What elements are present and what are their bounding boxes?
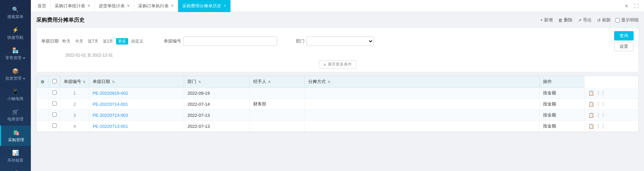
doc-number-filter: 单据编号	[164, 36, 277, 46]
tab-purchase-order-exec[interactable]: 采购订单执行表 ✕	[134, 0, 178, 12]
tab-inbound-stats[interactable]: 进货单统计表 ✕	[95, 0, 134, 12]
sidebar-item-search[interactable]: 🔍 搜索菜单	[0, 3, 31, 23]
delete-button[interactable]: 🗑 删除	[557, 16, 573, 24]
col-doc-date[interactable]: 单据日期 ⇅	[89, 76, 184, 88]
row-checkbox[interactable]	[52, 123, 57, 128]
finance-icon: 💰	[1, 170, 30, 171]
row-doc-number[interactable]: PE-20220714-001	[89, 99, 184, 110]
date-btn-today[interactable]: 今天	[73, 38, 85, 45]
row-settings-cell	[37, 121, 49, 132]
row-num: 1	[60, 88, 89, 99]
quick-nav-icon: ⚡	[1, 26, 30, 34]
sort-doc-date-icon: ⇅	[112, 80, 115, 84]
date-btn-more[interactable]: 更多	[116, 38, 128, 45]
row-actions: 📋 ⋮⋮	[585, 110, 638, 121]
mobile-icon: 📱	[1, 88, 30, 95]
sidebar-item-finance[interactable]: 💰 资金管理	[0, 167, 31, 171]
filter-actions: 查询 设置	[614, 31, 634, 51]
data-table-container: ⚙ 单据编号 ⇅ 单据日期 ⇅ 部门	[36, 76, 639, 132]
row-actions: 📋 ⋮⋮	[585, 88, 638, 99]
row-doc-date: 2022-09-19	[184, 88, 250, 99]
add-button[interactable]: + 新增	[540, 16, 553, 24]
sort-handler-icon: ⇅	[268, 80, 271, 84]
row-edit-icon[interactable]: 📋	[588, 123, 594, 129]
row-doc-date: 2022-07-13	[184, 110, 250, 121]
show-columns-checkbox[interactable]	[615, 18, 620, 22]
row-doc-date: 2022-07-14	[184, 99, 250, 110]
row-checkbox-cell	[49, 88, 60, 99]
row-department	[250, 88, 305, 99]
delete-icon: 🗑	[558, 18, 562, 23]
close-tab-purchase-order-exec[interactable]: ✕	[171, 4, 174, 8]
row-edit-icon[interactable]: 📋	[588, 112, 594, 118]
inventory-icon: 📊	[1, 149, 30, 157]
table-row: 2 PE-20220714-001 2022-07-14 财务部 按金额 📋 ⋮…	[37, 99, 638, 110]
col-doc-number[interactable]: 单据编号 ⇅	[60, 76, 89, 88]
tab-purchase-order-stats[interactable]: 采购订单统计表 ✕	[51, 0, 95, 12]
tab-home[interactable]: 首页	[34, 0, 51, 12]
sidebar-item-wholesale[interactable]: 📦 批发管理 ▼	[0, 64, 31, 85]
sidebar-item-quicknav[interactable]: ⚡ 快捷导航	[0, 23, 31, 44]
close-window-icon[interactable]: ✕	[623, 3, 630, 9]
row-doc-number[interactable]: PE-20220919-002	[89, 88, 184, 99]
date-btn-1month[interactable]: 近1月	[101, 38, 115, 45]
tab-list: 首页 采购订单统计表 ✕ 进货单统计表 ✕ 采购订单执行表 ✕ 采购费用分摊单历…	[34, 0, 231, 12]
show-columns-checkbox-label[interactable]: 显示明细	[615, 17, 639, 23]
col-handler[interactable]: 经手人 ⇅	[250, 76, 305, 88]
row-checkbox[interactable]	[52, 112, 57, 117]
retail-expand-icon: ▼	[22, 57, 25, 60]
tab-purchase-cost-history[interactable]: 采购费用分摊单历史 ✕	[178, 0, 231, 12]
sidebar-item-purchase[interactable]: 🛍️ 采购管理	[0, 125, 31, 146]
row-num: 2	[60, 99, 89, 110]
row-doc-date: 2022-07-13	[184, 121, 250, 132]
expand-icon: ∨	[323, 62, 326, 67]
close-tab-purchase-order-stats[interactable]: ✕	[87, 4, 90, 8]
query-button[interactable]: 查询	[614, 31, 634, 40]
row-edit-icon[interactable]: 📋	[588, 90, 594, 96]
row-checkbox[interactable]	[52, 101, 57, 106]
row-doc-number[interactable]: PE-20220713-001	[89, 121, 184, 132]
row-checkbox[interactable]	[52, 90, 57, 95]
col-settings[interactable]: ⚙	[37, 76, 49, 88]
export-button[interactable]: ↗ 导出	[577, 16, 592, 24]
sidebar-item-mobile[interactable]: 📱 小畅电商	[0, 85, 31, 105]
row-more-icon[interactable]: ⋮⋮	[596, 90, 605, 96]
sidebar-item-inventory[interactable]: 📊 库存核算	[0, 146, 31, 166]
filter-settings-button[interactable]: 设置	[614, 42, 634, 51]
close-tab-inbound-stats[interactable]: ✕	[127, 4, 130, 8]
date-btn-custom[interactable]: 自定义	[129, 38, 145, 45]
date-btn-7days[interactable]: 近7天	[86, 38, 100, 45]
row-settings-cell	[37, 88, 49, 99]
date-btn-yesterday[interactable]: 昨天	[61, 38, 72, 45]
row-more-icon[interactable]: ⋮⋮	[596, 101, 605, 107]
row-edit-icon[interactable]: 📋	[588, 101, 594, 107]
row-doc-number[interactable]: PE-20220713-003	[89, 110, 184, 121]
sidebar-item-ecommerce[interactable]: 🛒 电商管理	[0, 105, 31, 125]
row-more-icon[interactable]: ⋮⋮	[596, 112, 605, 118]
row-checkbox-cell	[49, 99, 60, 110]
filter-area: 单据日期 昨天 今天 近7天 近1月 更多 自定义 单据编号	[36, 27, 639, 72]
date-label: 单据日期	[41, 38, 59, 44]
table-header-row: ⚙ 单据编号 ⇅ 单据日期 ⇅ 部门	[37, 76, 638, 88]
col-checkbox	[49, 76, 60, 88]
table-row: 4 PE-20220713-001 2022-07-13 按金额 📋 ⋮⋮	[37, 121, 638, 132]
department-select[interactable]	[307, 36, 374, 46]
expand-conditions-button[interactable]: ∨ 展开更多条件	[319, 60, 356, 69]
row-department: 财务部	[250, 99, 305, 110]
select-all-checkbox[interactable]	[52, 79, 57, 83]
wholesale-expand-icon: ▼	[22, 77, 25, 80]
row-more-icon[interactable]: ⋮⋮	[596, 123, 605, 129]
col-department[interactable]: 部门 ⇅	[184, 76, 250, 88]
doc-number-input[interactable]	[183, 36, 277, 46]
tab-bar: 首页 采购订单统计表 ✕ 进货单统计表 ✕ 采购订单执行表 ✕ 采购费用分摊单历…	[31, 0, 644, 12]
page-title: 采购费用分摊单历史	[36, 17, 85, 24]
row-split-method: 按金额	[540, 99, 585, 110]
maximize-icon[interactable]: ⛶	[633, 3, 640, 9]
page-header: 采购费用分摊单历史 + 新增 🗑 删除 ↗ 导出 ↺ 刷新	[36, 16, 639, 24]
expand-row: ∨ 展开更多条件	[41, 60, 634, 69]
export-icon: ↗	[578, 18, 582, 23]
sidebar-item-retail[interactable]: 🏪 零售管理 ▼	[0, 44, 31, 64]
refresh-button[interactable]: ↺ 刷新	[596, 16, 611, 24]
close-tab-purchase-cost-history[interactable]: ✕	[223, 4, 226, 8]
col-split-method[interactable]: 分摊方式 ⇅	[305, 76, 540, 88]
